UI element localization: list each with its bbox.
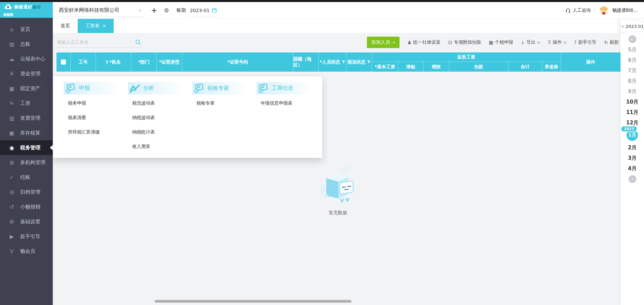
month-label: 6月: [628, 57, 636, 64]
menu-item[interactable]: 税负波动表: [132, 100, 188, 106]
menu-item[interactable]: 所得税汇算清缴: [68, 129, 124, 135]
period-selector[interactable]: 2023-01: [189, 4, 219, 16]
column-header[interactable]: *人员状态: [319, 52, 346, 72]
column-header[interactable]: *基本工资: [372, 62, 398, 72]
sidebar-item-settings[interactable]: ⚙基础设置: [0, 214, 53, 229]
newbie-guide-button[interactable]: ?新手引导: [574, 39, 596, 45]
column-header[interactable]: 扣款: [449, 62, 508, 72]
horizontal-scrollbar[interactable]: [155, 300, 351, 303]
filter-icon[interactable]: [367, 60, 371, 64]
tax-stamp-icon: ◉: [8, 145, 15, 151]
export-button[interactable]: ↓导出∨: [521, 39, 540, 45]
column-header[interactable]: 报送状态: [346, 52, 372, 72]
sidebar-item-multi-org[interactable]: ⊞多机构管理: [0, 155, 53, 170]
column-header[interactable]: ▲▼*姓名: [96, 52, 131, 72]
sidebar-item-label: 多机构管理: [20, 159, 45, 166]
tab-payroll[interactable]: 工资表✕: [78, 19, 114, 33]
month-6月[interactable]: 6月: [628, 56, 636, 64]
add-person-button[interactable]: 添加人员 ∨: [367, 37, 400, 48]
archive-box-icon: ⊟: [8, 189, 15, 195]
filter-icon[interactable]: [342, 60, 345, 64]
month-4月[interactable]: 4月: [628, 165, 636, 172]
menu-item[interactable]: 年报信息申报表: [261, 100, 317, 106]
column-label: 报送状态: [347, 59, 366, 65]
tax-filing-button[interactable]: ▦个税申报: [489, 39, 513, 45]
rail-collapse-button[interactable]: »: [620, 21, 625, 32]
operations-button[interactable]: ⠿操作∨: [548, 39, 566, 45]
menu-item[interactable]: 税检专家: [196, 100, 253, 106]
menu-section-header[interactable]: 工商信息: [257, 82, 317, 94]
scroll-down-button[interactable]: «: [629, 175, 636, 183]
sort-icon[interactable]: ▲▼: [106, 60, 108, 64]
column-header[interactable]: 养老保: [542, 62, 561, 72]
select-all-checkbox[interactable]: [61, 60, 66, 65]
sidebar-item-fixed-assets[interactable]: ▦固定资产: [0, 81, 53, 96]
sidebar-item-label: 资金管理: [20, 71, 40, 77]
column-label: 津贴: [406, 64, 415, 70]
sidebar-item-label: 固定资产: [20, 85, 40, 92]
month-7月[interactable]: 7月: [628, 67, 636, 74]
sidebar-item-member[interactable]: Ⅴ畅会员: [0, 244, 53, 259]
sidebar-item-funds[interactable]: ¥资金管理: [0, 66, 53, 81]
settings-gear-icon[interactable]: ⚙: [164, 7, 169, 14]
month-11月[interactable]: 11月: [626, 109, 638, 116]
column-header[interactable]: *证照号码: [182, 52, 293, 72]
menu-section-header[interactable]: 分析: [128, 82, 188, 94]
menu-section-header[interactable]: 税检专家: [192, 82, 253, 94]
search-input[interactable]: [57, 40, 127, 45]
month-5月[interactable]: 5月: [628, 46, 636, 53]
tab-label: 首页: [61, 23, 70, 29]
sidebar-item-label: 结账: [20, 174, 30, 181]
user-name[interactable]: 畅捷通B组...: [612, 7, 638, 13]
sidebar-item-cloud-reports[interactable]: ☁云报表中心: [0, 51, 53, 66]
button-label: 导出: [526, 39, 535, 45]
column-header[interactable]: 津贴: [398, 62, 424, 72]
sidebar-item-home[interactable]: ⌂首页: [0, 22, 53, 37]
menu-item[interactable]: 收入测算: [132, 144, 188, 150]
sidebar-item-guide[interactable]: ▶新手引导: [0, 229, 53, 244]
svg-text:¥: ¥: [7, 5, 9, 9]
column-header[interactable]: *部门: [131, 52, 157, 72]
sidebar-item-payroll[interactable]: ✎工资: [0, 96, 53, 111]
period-rail: » 2023.01 « 5月6月7月8月9月10月11月12月1月20232月3…: [620, 19, 644, 305]
close-tab-icon[interactable]: ✕: [103, 24, 106, 28]
company-selector[interactable]: 西安虾米网络科技有限公司 ∨: [59, 4, 144, 17]
refresh-button[interactable]: ↻刷新: [604, 39, 619, 45]
sidebar-item-invoices[interactable]: ▥发票管理: [0, 111, 53, 125]
sidebar-item-archive[interactable]: ⊟归档管理: [0, 185, 53, 199]
month-8月[interactable]: 8月: [628, 77, 636, 85]
month-9月[interactable]: 9月: [628, 88, 636, 95]
column-header[interactable]: 国籍（地区）: [293, 52, 319, 72]
menu-item[interactable]: 纳税波动表: [132, 115, 188, 121]
sidebar-item-reimburse[interactable]: ↺小畅报销: [0, 199, 53, 214]
tab-home[interactable]: 首页: [53, 19, 78, 33]
menu-section-header[interactable]: 申报: [64, 82, 124, 94]
column-header[interactable]: *证照类型: [157, 52, 182, 72]
search-icon[interactable]: [135, 39, 141, 45]
special-deduction-button[interactable]: ⊡专项附加扣除: [448, 39, 481, 45]
app-logo[interactable]: ¥ 畅捷通好会计 旗舰版: [0, 2, 53, 18]
column-header[interactable]: 工号: [71, 52, 96, 72]
export-icon: ↓: [521, 40, 525, 45]
sidebar-item-tax[interactable]: ◉税务管理: [0, 140, 53, 155]
add-account-icon[interactable]: +: [151, 7, 157, 14]
sidebar-item-closing[interactable]: ✓结账: [0, 170, 53, 185]
menu-item[interactable]: 税务申报: [68, 100, 124, 106]
month-label: 4月: [628, 165, 636, 172]
month-10月[interactable]: 10月: [626, 98, 638, 106]
month-2月[interactable]: 2月: [628, 144, 636, 151]
social-security-button[interactable]: ♟统一社保设置: [407, 39, 441, 45]
menu-item[interactable]: 纳税统计表: [132, 129, 188, 135]
support-button[interactable]: 人工咨询: [565, 7, 591, 13]
avatar[interactable]: [599, 6, 608, 15]
month-list: 5月6月7月8月9月10月11月12月1月20232月3月4月: [626, 46, 638, 172]
column-header[interactable]: 合计: [508, 62, 542, 72]
sidebar-item-general-ledger[interactable]: ▤总账: [0, 37, 53, 51]
month-12月[interactable]: 12月: [626, 119, 638, 126]
sidebar-item-inventory[interactable]: ▣库存核算: [0, 125, 53, 140]
column-header[interactable]: 绩效: [424, 62, 449, 72]
month-1月[interactable]: 1月2023: [627, 129, 638, 141]
month-3月[interactable]: 3月: [628, 154, 636, 162]
scroll-up-button[interactable]: «: [629, 35, 636, 43]
menu-item[interactable]: 税表清册: [68, 115, 124, 121]
